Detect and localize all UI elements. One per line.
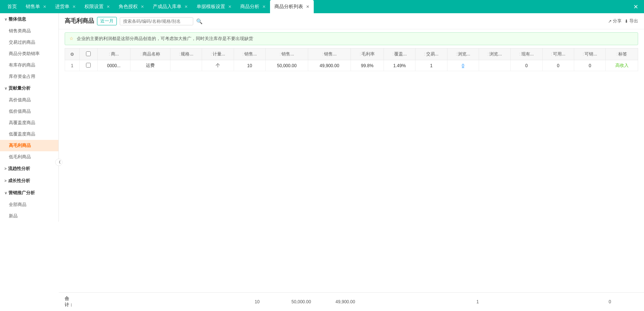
group-arrow-icon: ∨ xyxy=(4,191,7,195)
col-separator: : xyxy=(280,51,281,57)
sidebar-group-4[interactable]: ∨营销推广分析 xyxy=(0,187,58,199)
cell-checkbox[interactable] xyxy=(79,60,97,71)
col-separator: : xyxy=(242,51,244,57)
share-button[interactable]: ↗ 分享 xyxy=(608,18,622,24)
col-header-gross_margin: :毛利率 xyxy=(351,48,384,60)
sidebar-item-0-3[interactable]: 有库存的商品 xyxy=(0,59,58,71)
cell-current_stock: 0 xyxy=(511,60,542,71)
nav-tab-1[interactable]: 销售单✕ xyxy=(21,0,51,13)
col-separator: : xyxy=(519,51,520,57)
export-button[interactable]: ⬇ 导出 xyxy=(625,18,638,24)
nav-tab-0[interactable]: 首页 xyxy=(3,0,21,13)
col-separator: : xyxy=(360,51,361,57)
sidebar-group-0[interactable]: ∨整体信息 xyxy=(0,13,58,25)
nav-tab-4[interactable]: 角色授权✕ xyxy=(114,0,148,13)
export-icon: ⬇ xyxy=(625,19,628,24)
nav-tab-2[interactable]: 进货单✕ xyxy=(51,0,80,13)
col-header-current_stock: :现有... xyxy=(511,48,542,60)
cell-gross_margin: 99.8% xyxy=(351,60,384,71)
content-area: 高毛利商品 近一月 🔍 ↗ 分享 ⬇ 导出 ☆ 企业的主要的利润都是这部分商品创… xyxy=(59,13,644,311)
sidebar-item-1-1[interactable]: 低价值商品 xyxy=(0,106,58,117)
cell-sales_amount: 50,000.00 xyxy=(266,60,308,71)
col-header-sales_profit: :销售... xyxy=(308,48,351,60)
filter-button[interactable]: 近一月 xyxy=(97,17,117,25)
sidebar-group-2[interactable]: >流趋性分析 xyxy=(0,163,58,175)
sidebar-item-0-0[interactable]: 销售类商品 xyxy=(0,25,58,37)
table-body: 10000...运费个1050,000.0049,900.0099.8%1.49… xyxy=(65,60,638,71)
select-all-checkbox[interactable] xyxy=(86,51,91,56)
tab-close-icon[interactable]: ✕ xyxy=(184,4,188,9)
sidebar-item-1-4[interactable]: 高毛利商品 xyxy=(0,140,58,151)
window-close-button[interactable]: ✕ xyxy=(630,3,641,10)
nav-tab-5[interactable]: 产成品入库单✕ xyxy=(148,0,192,13)
cell-transaction: 1 xyxy=(415,60,447,71)
cell-sales_count: 10 xyxy=(234,60,265,71)
sidebar-group-1[interactable]: ∨贡献量分析 xyxy=(0,82,58,94)
sidebar-item-0-2[interactable]: 商品分类助销率 xyxy=(0,48,58,59)
col-header-sales_count: :销售... xyxy=(234,48,265,60)
col-separator: : xyxy=(211,51,212,57)
main-layout: ∨整体信息销售类商品交易过的商品商品分类助销率有库存的商品库存资金占用∨贡献量分… xyxy=(0,13,644,311)
sidebar-item-1-2[interactable]: 高覆盖度商品 xyxy=(0,117,58,129)
group-label: 整体信息 xyxy=(8,16,26,22)
table-row: 10000...运费个1050,000.0049,900.0099.8%1.49… xyxy=(65,60,638,71)
nav-tab-8[interactable]: 商品分析列表✕ xyxy=(270,0,314,13)
cell-available: 0 xyxy=(542,60,574,71)
tab-close-icon[interactable]: ✕ xyxy=(43,4,46,9)
cell-view2 xyxy=(479,60,511,71)
col-header-coverage: :覆盖... xyxy=(384,48,415,60)
sidebar-item-1-5[interactable]: 低毛利商品 xyxy=(0,151,58,163)
page-title: 高毛利商品 xyxy=(65,17,94,25)
tab-close-icon[interactable]: ✕ xyxy=(262,4,266,9)
col-header-unit: :计量... xyxy=(202,48,234,60)
col-separator: : xyxy=(140,51,141,57)
group-arrow-icon: > xyxy=(4,179,7,183)
group-label: 流趋性分析 xyxy=(8,166,30,172)
nav-tab-7[interactable]: 商品分析✕ xyxy=(236,0,270,13)
sidebar-item-1-0[interactable]: 高价值商品 xyxy=(0,94,58,106)
search-input[interactable] xyxy=(120,17,193,25)
tab-close-icon[interactable]: ✕ xyxy=(107,4,110,9)
tab-close-icon[interactable]: ✕ xyxy=(72,4,76,9)
row-checkbox[interactable] xyxy=(86,63,91,68)
tab-close-icon[interactable]: ✕ xyxy=(306,4,309,9)
nav-tab-6[interactable]: 单据模板设置✕ xyxy=(192,0,236,13)
cell-tag: 高收入 xyxy=(606,60,638,71)
nav-tab-3[interactable]: 权限设置✕ xyxy=(80,0,114,13)
sidebar-item-0-1[interactable]: 交易过的商品 xyxy=(0,37,58,48)
sidebar-item-0-4[interactable]: 库存资金占用 xyxy=(0,71,58,82)
sidebar-item-4-1[interactable]: 新品 xyxy=(0,210,58,222)
footer-sales-count: 10 xyxy=(242,299,272,304)
col-separator: : xyxy=(488,51,489,57)
footer-current-stock: 0 xyxy=(595,299,625,304)
header-actions: ↗ 分享 ⬇ 导出 xyxy=(608,18,638,24)
header-row: ⚙:商...:商品名称:规格...:计量...:销售...:销售...:销售..… xyxy=(65,48,638,60)
col-header-transaction: :交易... xyxy=(415,48,447,60)
col-separator: : xyxy=(392,51,393,57)
col-separator: : xyxy=(109,51,110,57)
col-separator: : xyxy=(322,51,323,57)
sidebar-group-3[interactable]: >成长性分析 xyxy=(0,175,58,187)
search-icon[interactable]: 🔍 xyxy=(196,18,202,24)
info-message: 企业的主要的利润都是这部分商品创造的，可考虑加大推广，同时关注库存是不要出现缺货 xyxy=(77,36,253,41)
settings-icon[interactable]: ⚙ xyxy=(70,52,74,57)
view-link[interactable]: 0 xyxy=(462,63,464,68)
col-header-code: :商... xyxy=(98,48,130,60)
group-label: 营销推广分析 xyxy=(8,190,35,196)
tab-close-icon[interactable]: ✕ xyxy=(228,4,231,9)
cell-saleable: 0 xyxy=(574,60,606,71)
cell-code: 0000... xyxy=(98,60,130,71)
sidebar-item-1-3[interactable]: 低覆盖度商品 xyxy=(0,129,58,140)
footer-label: 合计： xyxy=(65,296,73,308)
col-header-available: :可用... xyxy=(542,48,574,60)
col-header-setting[interactable]: ⚙ xyxy=(65,48,80,60)
share-icon: ↗ xyxy=(608,19,612,24)
tab-close-icon[interactable]: ✕ xyxy=(141,4,144,9)
sidebar-item-4-0[interactable]: 全部商品 xyxy=(0,199,58,210)
table-wrapper: ⚙:商...:商品名称:规格...:计量...:销售...:销售...:销售..… xyxy=(59,45,644,292)
col-header-checkbox[interactable] xyxy=(79,48,97,60)
cell-view1[interactable]: 0 xyxy=(447,60,479,71)
data-table: ⚙:商...:商品名称:规格...:计量...:销售...:销售...:销售..… xyxy=(65,48,638,71)
group-arrow-icon: ∨ xyxy=(4,86,7,90)
sidebar-collapse-button[interactable]: 《 xyxy=(55,159,62,166)
